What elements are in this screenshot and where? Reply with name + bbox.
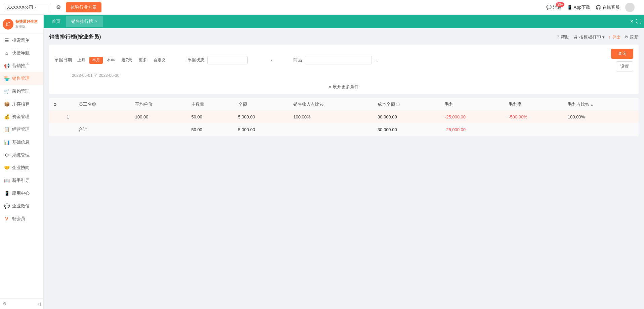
footer-settings-button[interactable]: ⚙: [3, 301, 7, 306]
col-rank: [61, 98, 75, 111]
sidebar-item-guide[interactable]: 📖 新手引导: [0, 174, 43, 187]
sidebar-label-apps: 应用中心: [12, 190, 30, 196]
sidebar-item-system[interactable]: ⚙ 系统管理: [0, 149, 43, 161]
profit-pct-icon: ▲: [590, 103, 594, 106]
sidebar-label-member: 畅会员: [12, 216, 25, 222]
row-cost-cell: 30,000.00: [374, 111, 441, 123]
tab-sales-ranking[interactable]: 销售排行榜 ×: [66, 16, 103, 27]
sidebar-item-shortcuts[interactable]: ⌂ 快捷导航: [0, 47, 43, 59]
expand-filters-button[interactable]: ▾ 展开更多条件: [329, 84, 359, 90]
goods-label: 商品: [293, 57, 302, 63]
col-qty: 主数量: [187, 98, 234, 111]
app-download-link[interactable]: 📱 App下载: [567, 4, 590, 10]
gear-icon: ⚙: [56, 4, 61, 10]
export-button[interactable]: ↑ 导出: [609, 34, 621, 40]
print-button[interactable]: 🖨 按模板打印 ▾: [573, 34, 605, 40]
purchase-icon: 🛒: [4, 89, 9, 94]
sidebar-label-collab: 企业协同: [12, 165, 30, 171]
sidebar-label-operations: 经营管理: [12, 126, 30, 133]
download-icon: 📱: [567, 5, 572, 10]
goods-input[interactable]: [305, 56, 372, 64]
notification-button[interactable]: 💬 消息 99+: [546, 4, 562, 10]
sidebar-item-operations[interactable]: 📋 经营管理: [0, 123, 43, 136]
message-icon: 💬: [546, 5, 552, 10]
topbar-settings-button[interactable]: ⚙: [54, 3, 63, 12]
guide-icon: 📖: [4, 178, 9, 183]
sidebar-item-member[interactable]: V 畅会员: [0, 212, 43, 225]
tab-home[interactable]: 首页: [46, 16, 66, 27]
col-sales-pct: 销售收入占比%: [289, 98, 374, 111]
company-selector[interactable]: XXXXXX公司 ▾: [4, 3, 51, 12]
status-label: 单据状态: [187, 57, 205, 63]
sidebar-item-wechat[interactable]: 💬 企业微信: [0, 200, 43, 212]
sidebar-item-finance[interactable]: 💰 资金管理: [0, 110, 43, 123]
date-tab-last-month[interactable]: 上月: [75, 57, 88, 64]
status-select[interactable]: [207, 56, 248, 64]
col-profit: 毛利: [441, 98, 505, 111]
goods-more-button[interactable]: ...: [375, 58, 378, 62]
sidebar-item-marketing[interactable]: 📢 营销推广: [0, 59, 43, 72]
cost-info-icon[interactable]: ⓘ: [396, 102, 400, 106]
tab-maximize-button[interactable]: ⛶: [636, 18, 641, 24]
sidebar-item-inventory[interactable]: 📦 库存核算: [0, 98, 43, 110]
row-avg-price-cell: 100.00: [131, 111, 187, 123]
sidebar-item-base[interactable]: 📊 基础信息: [0, 136, 43, 149]
page-title: 销售排行榜(按业务员): [49, 34, 101, 41]
sidebar-label-system: 系统管理: [12, 152, 30, 158]
col-profit-pct: 毛利占比% ▲: [564, 98, 639, 111]
sidebar-label-finance: 资金管理: [12, 114, 30, 120]
footer-amount-cell: 5,000.00: [234, 123, 290, 136]
search-button[interactable]: 查询: [611, 49, 633, 59]
settings-filter-button[interactable]: 设置: [616, 61, 633, 71]
avatar[interactable]: [625, 3, 635, 12]
sidebar-item-search[interactable]: ☰ 搜索菜单: [0, 34, 43, 47]
print-icon: 🖨: [573, 35, 578, 40]
row-profit-cell: -25,000.00: [441, 111, 505, 123]
date-tab-this-year[interactable]: 本年: [104, 57, 118, 64]
row-rank-cell: 1: [61, 111, 75, 123]
date-label: 单据日期: [54, 57, 72, 63]
col-profit-rate: 毛利率: [505, 98, 564, 111]
tab-close-icon[interactable]: ×: [95, 19, 97, 24]
industry-button[interactable]: 体验行业方案: [66, 2, 101, 12]
logo-text: 畅捷通好生意: [15, 19, 38, 24]
date-tab-custom[interactable]: 自定义: [151, 57, 168, 64]
inventory-icon: 📦: [4, 101, 9, 107]
sidebar-item-apps[interactable]: 📱 应用中心: [0, 187, 43, 200]
notification-badge: 99+: [556, 2, 564, 7]
print-chevron-icon: ▾: [602, 35, 605, 40]
date-range-display: 2023-06-01 至 2023-06-30: [72, 73, 119, 78]
sidebar-label-guide: 新手引导: [12, 177, 30, 184]
company-chevron-icon: ▾: [35, 5, 36, 9]
footer-cost-cell: 30,000.00: [374, 123, 441, 136]
date-tab-more[interactable]: 更多: [136, 57, 149, 64]
expand-icon: ▾: [329, 85, 331, 90]
table-settings-icon: ⚙: [53, 102, 57, 107]
company-name: XXXXXX公司: [7, 4, 33, 10]
date-tab-this-month[interactable]: 本月: [89, 57, 103, 64]
wechat-icon: 💬: [4, 203, 9, 209]
sales-icon: 🏪: [4, 76, 9, 81]
marketing-icon: 📢: [4, 63, 9, 68]
sidebar-label-shortcuts: 快捷导航: [12, 50, 30, 56]
online-support-link[interactable]: 🎧 在线客服: [596, 4, 620, 10]
row-settings-cell: [49, 111, 61, 123]
sidebar-item-purchase[interactable]: 🛒 采购管理: [0, 85, 43, 98]
apps-icon: 📱: [4, 191, 9, 196]
col-settings[interactable]: ⚙: [49, 98, 61, 111]
logo-icon: 好: [3, 19, 13, 30]
sidebar-item-collab[interactable]: 🤝 企业协同: [0, 161, 43, 174]
row-qty-cell: 50.00: [187, 111, 234, 123]
footer-collapse-button[interactable]: ◁: [37, 301, 41, 306]
tab-minimize-button[interactable]: ×: [630, 18, 633, 24]
system-icon: ⚙: [4, 152, 9, 158]
sidebar-item-sales[interactable]: 🏪 销售管理: [0, 72, 43, 85]
footer-settings-cell: [49, 123, 61, 136]
refresh-button[interactable]: ↻ 刷新: [625, 34, 639, 40]
footer-profit-cell: -25,000.00: [441, 123, 505, 136]
help-icon: ?: [557, 35, 559, 40]
help-button[interactable]: ? 帮助: [557, 34, 569, 40]
base-icon: 📊: [4, 140, 9, 145]
date-tab-7days[interactable]: 近7天: [119, 57, 135, 64]
date-filter: 单据日期 上月 本月 本年 近7天 更多 自定义: [54, 57, 168, 64]
